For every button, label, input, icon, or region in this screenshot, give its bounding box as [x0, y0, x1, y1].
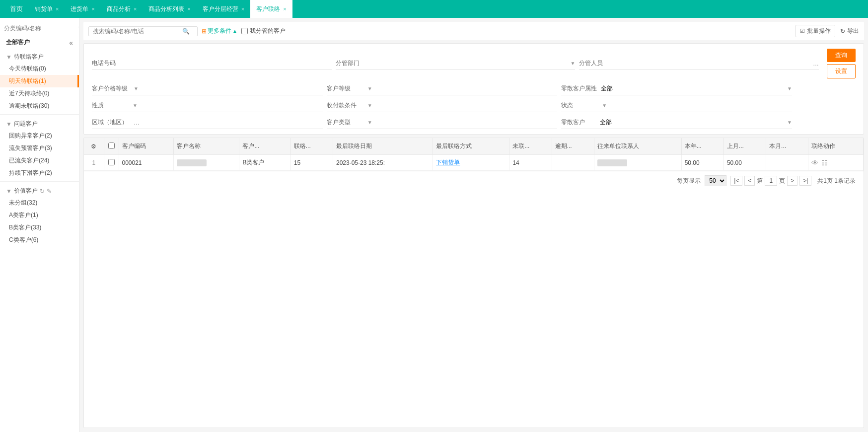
sidebar-item-b-class[interactable]: B类客户(33): [0, 221, 79, 234]
row-checkbox[interactable]: [108, 159, 115, 165]
dept-input[interactable]: [374, 60, 569, 67]
prev-page-button[interactable]: <: [744, 176, 755, 186]
value-refresh-icon[interactable]: ↻: [40, 188, 45, 195]
action-qr-icon[interactable]: ☷: [821, 159, 828, 167]
status-field: 状态 ▼: [561, 99, 792, 112]
price-level-chevron-icon[interactable]: ▼: [134, 86, 139, 91]
sidebar-all-customers[interactable]: 全部客户 «: [0, 35, 79, 50]
phone-label: 电话号码: [92, 59, 127, 68]
col-overdue-header: 逾期...: [552, 138, 594, 155]
close-customer-stratified-icon[interactable]: ×: [241, 6, 244, 12]
filter-search-input[interactable]: [93, 28, 182, 35]
filter-my-customers[interactable]: 我分管的客户: [241, 27, 286, 35]
col-check-header[interactable]: [104, 138, 119, 155]
pagination: |< < 第 1 页 > >| 共1页 1条记录: [730, 176, 856, 186]
col-contact-person-header: 往来单位联系人: [594, 138, 681, 155]
customer-level-chevron-icon[interactable]: ▼: [367, 86, 372, 91]
filter-right-actions: ☑ 批量操作 ↻ 导出: [796, 25, 859, 37]
retail-attr-chevron-icon[interactable]: ▼: [787, 86, 792, 91]
last-page-button[interactable]: >|: [799, 176, 811, 186]
region-dots-icon[interactable]: …: [134, 119, 140, 126]
sidebar-search-input[interactable]: [4, 25, 78, 32]
sidebar-item-a-class[interactable]: A类客户(1): [0, 209, 79, 221]
row-last-month: 50.00: [723, 155, 766, 171]
per-page-select[interactable]: 50: [705, 175, 726, 186]
nav-home[interactable]: 首页: [4, 0, 29, 18]
sidebar-item-repurchase-abnormal[interactable]: 回购异常客户(2): [0, 130, 79, 142]
customer-type-chevron-icon[interactable]: ▼: [367, 120, 372, 125]
close-purchase-order-icon[interactable]: ×: [91, 6, 94, 12]
nature-chevron-icon[interactable]: ▼: [133, 103, 138, 108]
retail-customer-field: 零散客户 全部 ▼: [561, 116, 792, 129]
retail-customer-chevron-icon[interactable]: ▼: [787, 120, 792, 125]
row-actions: 👁 ☷: [808, 155, 864, 171]
nature-label: 性质: [92, 101, 127, 110]
query-button[interactable]: 查询: [827, 49, 856, 62]
close-product-analysis-icon[interactable]: ×: [134, 6, 137, 12]
row-overdue: [552, 155, 594, 171]
close-product-analysis-list-icon[interactable]: ×: [187, 6, 190, 12]
my-customers-checkbox[interactable]: [241, 28, 248, 34]
close-sales-order-icon[interactable]: ×: [56, 6, 59, 12]
sidebar-item-ungrouped[interactable]: 未分组(32): [0, 197, 79, 209]
sidebar-item-c-class[interactable]: C类客户(6): [0, 234, 79, 246]
payment-field: 收付款条件 ▼: [327, 99, 558, 112]
pending-section-title: ▼ 待联络客户: [0, 50, 79, 63]
nav-customer-stratified[interactable]: 客户分层经营 ×: [197, 0, 250, 18]
col-customer-code-header: 客户编码: [119, 138, 174, 155]
nav-product-analysis-list[interactable]: 商品分析列表 ×: [143, 0, 196, 18]
value-edit-icon[interactable]: ✎: [47, 188, 52, 195]
customer-type-field: 客户类型 ▼: [327, 116, 558, 129]
filter-more-conditions[interactable]: ⊞ 更多条件 ▲: [202, 27, 237, 35]
set-button[interactable]: 设置: [827, 64, 856, 78]
sidebar-item-tomorrow-pending[interactable]: 明天待联络(1): [0, 75, 79, 87]
sidebar-item-overdue-pending[interactable]: 逾期未联络(30): [0, 100, 79, 112]
sidebar-item-churned[interactable]: 已流失客户(24): [0, 154, 79, 167]
retail-attr-label: 零散客户属性: [561, 84, 597, 93]
col-not-contacted-header: 未联...: [509, 138, 552, 155]
nav-customer-contact[interactable]: 客户联络 ×: [250, 0, 292, 18]
first-page-button[interactable]: |<: [730, 176, 742, 186]
adv-filter-row-3: 性质 ▼ 收付款条件 ▼ 状态 ▼: [92, 99, 856, 112]
person-input[interactable]: [618, 60, 811, 67]
sidebar-item-7days-pending[interactable]: 近7天待联络(0): [0, 87, 79, 100]
phone-input[interactable]: [131, 60, 332, 67]
top-navigation: 首页 销货单 × 进货单 × 商品分析 × 商品分析列表 × 客户分层经营 × …: [0, 0, 868, 18]
col-this-year-header: 本年...: [681, 138, 723, 155]
sidebar-item-today-pending[interactable]: 今天待联络(0): [0, 63, 79, 75]
table-header-row: ⚙ 客户编码 客户名称 客户... 联络...: [84, 138, 864, 155]
retail-attr-value: 全部: [601, 84, 785, 93]
next-page-button[interactable]: >: [787, 176, 797, 186]
sidebar-collapse-icon[interactable]: «: [69, 39, 73, 47]
action-view-icon[interactable]: 👁: [811, 159, 818, 167]
sidebar-item-declining[interactable]: 持续下滑客户(2): [0, 167, 79, 179]
customer-level-label: 客户等级: [327, 84, 362, 93]
action-icons-container: 👁 ☷: [811, 159, 860, 167]
sidebar-divider-2: [0, 181, 79, 182]
filter-icon: ⊞: [202, 28, 207, 35]
region-label: 区域（地区）: [92, 118, 128, 127]
row-last-method[interactable]: 下销货单: [433, 155, 509, 171]
col-last-month-header: 上月...: [723, 138, 766, 155]
row-code: 000021: [119, 155, 174, 171]
status-chevron-icon[interactable]: ▼: [602, 103, 607, 108]
nav-sales-order[interactable]: 销货单 ×: [29, 0, 65, 18]
nav-purchase-order[interactable]: 进货单 ×: [65, 0, 100, 18]
price-level-label: 客户价格等级: [92, 84, 128, 93]
row-name-masked: [177, 159, 207, 166]
customer-type-label: 客户类型: [327, 118, 362, 127]
close-customer-contact-icon[interactable]: ×: [283, 6, 286, 12]
row-contact-person: [594, 155, 681, 171]
export-button[interactable]: ↻ 导出: [840, 27, 859, 35]
sidebar-item-churn-warning[interactable]: 流失预警客户(3): [0, 142, 79, 154]
payment-chevron-icon[interactable]: ▼: [367, 103, 372, 108]
nav-product-analysis[interactable]: 商品分析 ×: [101, 0, 143, 18]
value-section-title: ▼ 价值客户 ↻ ✎: [0, 184, 79, 197]
row-check[interactable]: [104, 155, 119, 171]
col-settings-header[interactable]: ⚙: [84, 138, 104, 155]
person-dots-icon[interactable]: …: [813, 60, 819, 67]
last-method-link[interactable]: 下销货单: [436, 159, 460, 166]
select-all-checkbox[interactable]: [108, 143, 115, 149]
batch-operation-button[interactable]: ☑ 批量操作: [796, 25, 835, 37]
filter-search-icon[interactable]: 🔍: [182, 28, 190, 35]
